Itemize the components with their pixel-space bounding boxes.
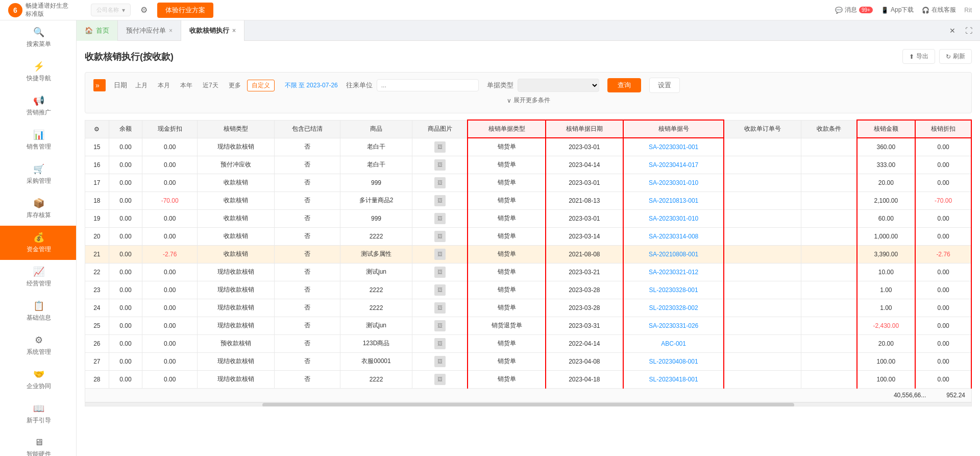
cell-include-settled: 否	[274, 281, 340, 299]
scroll-thumb[interactable]	[262, 403, 794, 406]
cancel-voucher-link[interactable]: SA-20210808-001	[649, 251, 698, 258]
app-download-button[interactable]: 📱 App下载	[881, 6, 914, 14]
cell-cancel-amount: 1.00	[857, 299, 916, 317]
cell-cancel-voucher-no[interactable]: SA-20230301-010	[623, 209, 724, 227]
cancel-voucher-link[interactable]: SL-20230408-001	[649, 358, 698, 365]
cancel-voucher-link[interactable]: SL-20230328-001	[649, 286, 698, 294]
cell-product: 999	[340, 209, 412, 227]
cell-cancel-amount: 100.00	[857, 352, 916, 370]
tab-home[interactable]: 🏠 首页	[77, 20, 118, 41]
col-header-gear[interactable]: ⚙	[85, 120, 109, 138]
table-row: 22 0.00 0.00 现结收款核销 否 测试jun 🖼 销货单 2023-0…	[85, 263, 972, 281]
cell-cancel-voucher-no[interactable]: SA-20210808-001	[623, 245, 724, 263]
product-image: 🖼	[434, 177, 446, 188]
sidebar-item-guide[interactable]: 📖 新手引导	[0, 397, 76, 431]
cancel-voucher-link[interactable]: SA-20230321-012	[649, 269, 698, 276]
tab-prepaid[interactable]: 预付冲应付单 ×	[118, 20, 181, 41]
voucher-type-filter: 单据类型	[487, 79, 599, 92]
cell-cancel-voucher-no[interactable]: SA-20230314-008	[623, 227, 724, 245]
collapse-icon: »	[95, 81, 100, 89]
cancel-voucher-link[interactable]: SA-20230414-017	[649, 161, 698, 169]
online-service-button[interactable]: 🎧 在线客服	[922, 6, 956, 14]
table-row: 20 0.00 0.00 收款核销 否 2222 🖼 销货单 2023-03-1…	[85, 227, 972, 245]
cancel-voucher-link[interactable]: ABC-001	[661, 340, 686, 347]
sidebar-item-system[interactable]: ⚙ 系统管理	[0, 328, 76, 363]
cell-cancel-voucher-no[interactable]: ABC-001	[623, 334, 724, 352]
cell-cancel-amount: 10.00	[857, 263, 916, 281]
cell-cancel-voucher-type: 销货退货单	[468, 317, 545, 334]
cancel-voucher-link[interactable]: SA-20210813-001	[649, 197, 698, 204]
query-button[interactable]: 查询	[607, 78, 641, 92]
cell-product: 老白干	[340, 138, 412, 156]
tab-cancel-close[interactable]: ×	[232, 27, 236, 34]
date-buttons: 上月 本月 本年 近7天 更多 自定义	[131, 80, 275, 91]
search-icon: 🔍	[33, 27, 44, 38]
cell-cancel-voucher-no[interactable]: SL-20230328-002	[623, 299, 724, 317]
filter-collapse-button[interactable]: »	[93, 79, 106, 91]
cell-cancel-voucher-no[interactable]: SL-20230408-001	[623, 352, 724, 370]
product-image: 🖼	[434, 356, 446, 367]
cell-no: 22	[85, 263, 109, 281]
company-selector[interactable]: 公司名称 ▾	[91, 4, 131, 16]
cell-receipt-condition	[801, 317, 857, 334]
cell-balance: 0.00	[109, 317, 142, 334]
cancel-voucher-link[interactable]: SA-20230331-026	[649, 322, 698, 329]
industry-solution-button[interactable]: 体验行业方案	[157, 3, 213, 18]
col-header-cancel-voucher-date: 核销单据日期	[546, 120, 623, 138]
this-month-button[interactable]: 本月	[154, 80, 174, 91]
cell-cancel-voucher-no[interactable]: SA-20230414-017	[623, 156, 724, 174]
sidebar-item-hardware[interactable]: 🖥 智能硬件	[0, 431, 76, 456]
cancel-voucher-link[interactable]: SL-20230328-002	[649, 304, 698, 311]
col-header-receipt-condition: 收款条件	[801, 120, 857, 138]
sidebar-item-quicknav[interactable]: ⚡ 快捷导航	[0, 55, 76, 89]
data-table: ⚙ 余额 现金折扣 核销类型 包含已结清 商品 商品图片 核销单据类型 核销单据…	[85, 119, 972, 389]
custom-date-button[interactable]: 自定义	[247, 80, 275, 91]
tab-expand-button[interactable]: ⛶	[962, 23, 976, 38]
tab-cancel-execution[interactable]: 收款核销执行 ×	[181, 20, 244, 41]
sidebar-item-operations[interactable]: 📈 经营管理	[0, 260, 76, 294]
sidebar-item-purchase[interactable]: 🛒 采购管理	[0, 157, 76, 191]
horizontal-scrollbar[interactable]	[85, 402, 972, 406]
cell-cancel-voucher-no[interactable]: SA-20230331-026	[623, 317, 724, 334]
cell-cancel-voucher-no[interactable]: SA-20210813-001	[623, 191, 724, 209]
last-7days-button[interactable]: 近7天	[199, 80, 223, 91]
sidebar-item-base-info[interactable]: 📋 基础信息	[0, 294, 76, 328]
voucher-type-select[interactable]	[518, 79, 599, 92]
cell-cancel-voucher-date: 2023-03-28	[546, 299, 623, 317]
cell-cancel-voucher-date: 2023-04-08	[546, 352, 623, 370]
message-button[interactable]: 💬 消息 99+	[835, 6, 873, 14]
last-month-button[interactable]: 上月	[131, 80, 152, 91]
product-image: 🖼	[434, 195, 446, 206]
content-area: 收款核销执行(按收款) ⬆ 导出 ↻ 刷新 »	[77, 41, 980, 456]
sidebar-item-finance[interactable]: 💰 资金管理	[0, 226, 76, 260]
sidebar-item-sales[interactable]: 📊 销售管理	[0, 123, 76, 157]
cancel-voucher-link[interactable]: SA-20230314-008	[649, 233, 698, 240]
sidebar-item-enterprise[interactable]: 🤝 企业协同	[0, 363, 76, 397]
more-date-button[interactable]: 更多	[225, 80, 245, 91]
cancel-voucher-link[interactable]: SA-20230301-001	[649, 143, 698, 151]
sidebar-item-search[interactable]: 🔍 搜索菜单	[0, 20, 76, 55]
refresh-button[interactable]: ↻ 刷新	[939, 49, 972, 64]
cell-cancel-voucher-no[interactable]: SL-20230328-001	[623, 281, 724, 299]
cancel-voucher-link[interactable]: SL-20230418-001	[649, 376, 698, 383]
export-button[interactable]: ⬆ 导出	[902, 49, 935, 64]
cancel-voucher-link[interactable]: SA-20230301-010	[649, 179, 698, 186]
expand-more-button[interactable]: ∨ 展开更多条件	[93, 93, 963, 108]
expand-icon: ∨	[507, 97, 511, 104]
cell-cancel-voucher-no[interactable]: SA-20230321-012	[623, 263, 724, 281]
cancel-voucher-link[interactable]: SA-20230301-010	[649, 215, 698, 222]
settings-gear-button[interactable]: ⚙	[137, 3, 151, 17]
tab-close-all-button[interactable]: ✕	[945, 23, 960, 38]
cell-include-settled: 否	[274, 352, 340, 370]
cell-cancel-voucher-no[interactable]: SL-20230418-001	[623, 370, 724, 388]
this-year-button[interactable]: 本年	[176, 80, 197, 91]
cell-cancel-voucher-no[interactable]: SA-20230301-001	[623, 138, 724, 156]
cell-cancel-voucher-no[interactable]: SA-20230301-010	[623, 174, 724, 191]
tab-prepaid-close[interactable]: ×	[169, 27, 173, 34]
sidebar-item-inventory[interactable]: 📦 库存核算	[0, 191, 76, 226]
counterpart-input[interactable]	[377, 79, 479, 91]
column-settings-button[interactable]: 设置	[649, 78, 680, 93]
sidebar-item-marketing[interactable]: 📢 营销推广	[0, 89, 76, 123]
cell-receipt-condition	[801, 156, 857, 174]
cell-cancel-type: 现结收款核销	[198, 317, 275, 334]
